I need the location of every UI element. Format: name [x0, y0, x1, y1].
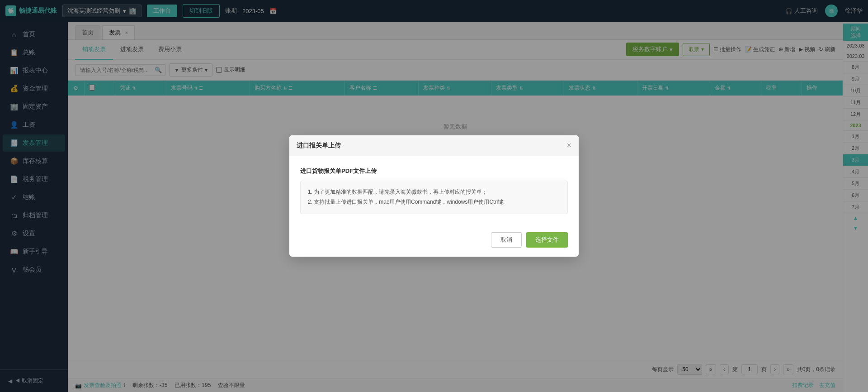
modal-overlay[interactable]: 进口报关单上传 × 进口货物报关单PDF文件上传 1. 为了更加精准的数据匹配，…: [0, 0, 868, 392]
modal-section-title: 进口货物报关单PDF文件上传: [300, 167, 568, 175]
modal-info-box: 1. 为了更加精准的数据匹配，请先录入海关缴款书，再上传对应的报关单； 2. 支…: [300, 181, 568, 214]
modal-header: 进口报关单上传 ×: [289, 135, 579, 156]
modal-title: 进口报关单上传: [297, 142, 341, 150]
modal-info-item-1: 1. 为了更加精准的数据匹配，请先录入海关缴款书，再上传对应的报关单；: [308, 187, 560, 197]
modal-cancel-button[interactable]: 取消: [491, 232, 522, 248]
modal: 进口报关单上传 × 进口货物报关单PDF文件上传 1. 为了更加精准的数据匹配，…: [289, 135, 579, 256]
modal-footer: 取消 选择文件: [289, 225, 579, 257]
modal-info-item-2: 2. 支持批量上传进口报关单，mac用户使用Command键，windows用户…: [308, 197, 560, 207]
modal-close-button[interactable]: ×: [566, 141, 571, 150]
modal-body: 进口货物报关单PDF文件上传 1. 为了更加精准的数据匹配，请先录入海关缴款书，…: [289, 156, 579, 225]
modal-select-file-button[interactable]: 选择文件: [526, 232, 568, 248]
